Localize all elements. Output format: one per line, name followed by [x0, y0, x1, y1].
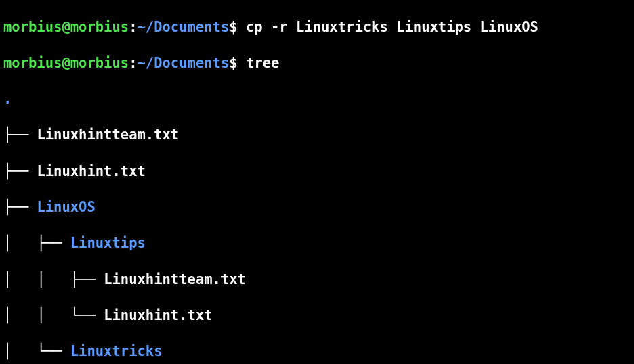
- dir-linuxtips: Linuxtips: [70, 235, 146, 251]
- file-entry: Linuxhint.txt: [37, 163, 145, 179]
- file-entry: Linuxhintteam.txt: [104, 271, 246, 288]
- branch-tee: ├──: [37, 235, 70, 251]
- prompt-colon: :: [129, 19, 137, 35]
- branch-tee: ├──: [3, 163, 37, 179]
- tree-line: │ │ ├── Linuxhintteam.txt: [3, 271, 631, 289]
- branch-pipe: │: [3, 271, 37, 288]
- branch-tee: ├──: [3, 127, 37, 143]
- command-tree: tree: [246, 55, 279, 71]
- tree-line: │ └── Linuxtricks: [3, 342, 631, 361]
- tree-line: │ │ └── Linuxhint.txt: [3, 306, 631, 325]
- prompt-dollar: $: [229, 19, 237, 35]
- branch-pipe: │: [3, 307, 37, 323]
- prompt-at: @: [62, 19, 70, 35]
- dir-linuxtricks: Linuxtricks: [70, 343, 163, 359]
- branch-pipe: │: [37, 307, 70, 323]
- branch-elbow: └──: [70, 307, 104, 323]
- prompt-line-1: morbius@morbius:~/Documents$ cp -r Linux…: [3, 18, 631, 37]
- tree-line: │ ├── Linuxtips: [3, 234, 631, 252]
- tree-line: ├── LinuxOS: [3, 198, 631, 217]
- branch-pipe: │: [37, 271, 70, 288]
- branch-tee: ├──: [3, 199, 37, 215]
- prompt-line-2: morbius@morbius:~/Documents$ tree: [3, 54, 631, 72]
- branch-pipe: │: [3, 343, 37, 359]
- dir-linuxos: LinuxOS: [37, 199, 95, 215]
- dot: .: [3, 91, 12, 107]
- prompt-path: ~/Documents: [138, 55, 230, 71]
- prompt-colon: :: [129, 55, 137, 71]
- tree-line: ├── Linuxhint.txt: [3, 162, 631, 181]
- prompt-dollar: $: [229, 55, 237, 71]
- branch-pipe: │: [3, 235, 37, 251]
- tree-line: ├── Linuxhintteam.txt: [3, 126, 631, 144]
- file-entry: Linuxhintteam.txt: [37, 127, 179, 143]
- prompt-at: @: [62, 55, 70, 71]
- command-cp: cp -r Linuxtricks Linuxtips LinuxOS: [246, 19, 538, 35]
- branch-elbow: └──: [37, 343, 70, 359]
- branch-tee: ├──: [70, 271, 104, 288]
- prompt-user: morbius: [3, 55, 62, 71]
- file-entry: Linuxhint.txt: [104, 307, 212, 323]
- tree-root-dot: .: [3, 90, 631, 108]
- terminal-window[interactable]: morbius@morbius:~/Documents$ cp -r Linux…: [0, 0, 634, 364]
- prompt-host: morbius: [70, 55, 129, 71]
- prompt-host: morbius: [70, 19, 129, 35]
- prompt-user: morbius: [3, 19, 62, 35]
- prompt-path: ~/Documents: [138, 19, 230, 35]
